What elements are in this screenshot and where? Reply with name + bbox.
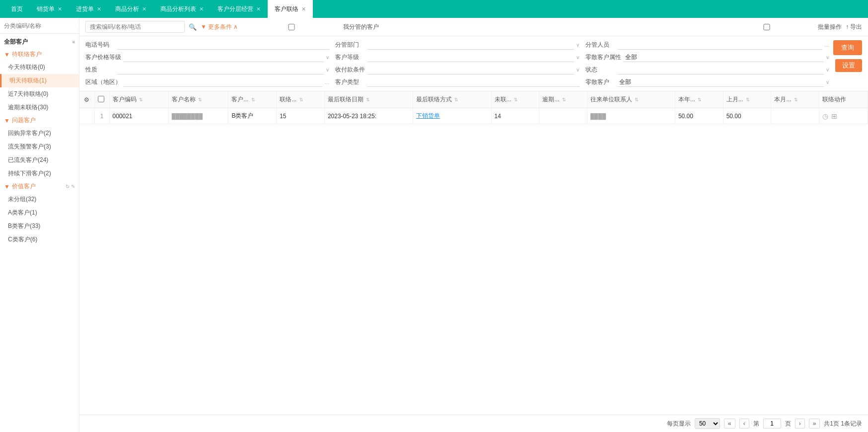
nav-home[interactable]: 首页 — [4, 0, 30, 18]
batch-op-btn[interactable]: 批量操作 — [717, 23, 842, 31]
td-gear — [79, 108, 94, 124]
last-contact-method-link[interactable]: 下销货单 — [416, 112, 440, 119]
sidebar-item-declining[interactable]: 持续下滑客户(2) — [0, 167, 79, 180]
th-overdue[interactable]: 逾期... ⇅ — [539, 91, 587, 108]
th-code[interactable]: 客户编码 ⇅ — [109, 91, 168, 108]
sidebar-item-class-c[interactable]: C类客户(6) — [0, 233, 79, 246]
region-input[interactable] — [123, 77, 322, 87]
td-uncontacted: 14 — [491, 108, 539, 124]
sidebar-item-tomorrow-contact[interactable]: 明天待联络(1) — [0, 74, 79, 87]
phone-input[interactable] — [117, 40, 329, 50]
last-page-btn[interactable]: » — [809, 419, 820, 429]
settings-button[interactable]: 设置 — [835, 59, 862, 72]
sidebar-item-repurchase-anomaly[interactable]: 回购异常客户(2) — [0, 127, 79, 140]
filter-cell-retail-customer: 零散客户 ∨ — [585, 77, 829, 87]
td-type: B类客户 — [228, 108, 277, 124]
sidebar-item-class-a[interactable]: A类客户(1) — [0, 206, 79, 219]
status-input[interactable] — [617, 65, 824, 74]
nature-input[interactable] — [117, 65, 324, 74]
customer-grade-input[interactable] — [367, 53, 574, 62]
price-grade-dropdown-icon[interactable]: ∨ — [326, 55, 329, 60]
group-label-problem-customers[interactable]: ▼ 问题客户 — [0, 114, 79, 127]
value-customers-icons[interactable]: ↻ ✎ — [66, 184, 75, 189]
sidebar-item-ungrouped[interactable]: 未分组(32) — [0, 193, 79, 206]
payment-dropdown-icon[interactable]: ∨ — [576, 67, 579, 72]
next-page-btn[interactable]: › — [795, 419, 805, 429]
th-contact[interactable]: 联络... ⇅ — [277, 91, 325, 108]
th-last-date[interactable]: 最后联络日期 ⇅ — [324, 91, 413, 108]
filter-cell-phone: 电话号码 — [85, 40, 329, 50]
sidebar-search-input[interactable] — [4, 22, 78, 29]
th-type[interactable]: 客户... ⇅ — [228, 91, 277, 108]
close-product-analysis[interactable]: ✕ — [142, 6, 146, 12]
select-all-checkbox[interactable] — [98, 96, 104, 102]
th-last-method[interactable]: 最后联络方式 ⇅ — [413, 91, 491, 108]
gear-icon[interactable]: ⚙ — [84, 96, 89, 103]
customer-grade-dropdown-icon[interactable]: ∨ — [576, 55, 579, 60]
prev-page-btn[interactable]: ‹ — [739, 419, 749, 429]
person-input[interactable] — [617, 40, 822, 50]
sidebar-item-churned[interactable]: 已流失客户(24) — [0, 153, 79, 167]
first-page-btn[interactable]: « — [724, 419, 735, 429]
nature-dropdown-icon[interactable]: ∨ — [326, 67, 329, 72]
page-input[interactable] — [763, 419, 781, 429]
collapse-icon[interactable]: « — [72, 39, 75, 45]
th-name[interactable]: 客户名称 ⇅ — [168, 91, 228, 108]
sidebar-item-overdue-contact[interactable]: 逾期未联络(30) — [0, 101, 79, 114]
sidebar-item-7day-contact[interactable]: 近7天待联络(0) — [0, 87, 79, 101]
search-button[interactable]: 🔍 — [189, 23, 197, 31]
sidebar-search-row: 🔍 — [0, 18, 79, 34]
sidebar-item-today-contact[interactable]: 今天待联络(0) — [0, 61, 79, 74]
close-customer-segmentation[interactable]: ✕ — [256, 6, 261, 12]
all-customers-title[interactable]: 全部客户 « — [0, 34, 79, 48]
filter-row-2: 客户价格等级 ∨ 客户等级 ∨ 零散客户属性 ∨ — [85, 53, 829, 62]
query-button[interactable]: 查询 — [833, 40, 862, 55]
group-label-value-customers[interactable]: ▼ 价值客户 ↻ ✎ — [0, 180, 79, 193]
nav-product-analysis[interactable]: 商品分析 ✕ — [108, 0, 153, 18]
status-dropdown-icon[interactable]: ∨ — [826, 67, 829, 72]
nav-product-analysis-list[interactable]: 商品分析列表 ✕ — [153, 0, 211, 18]
retail-customer-input[interactable] — [617, 77, 824, 87]
dept-dropdown-icon[interactable]: ∨ — [576, 42, 579, 48]
retail-attr-dropdown-icon[interactable]: ∨ — [826, 55, 829, 60]
customer-type-input[interactable] — [367, 77, 579, 87]
nav-customer-segmentation[interactable]: 客户分层经营 ✕ — [211, 0, 268, 18]
payment-input[interactable] — [367, 65, 574, 74]
nav-customer-contact[interactable]: 客户联络 ✕ — [268, 0, 313, 18]
action-icon-1[interactable]: ◷ — [822, 112, 828, 120]
group-label-pending-contact[interactable]: ▼ 待联络客户 — [0, 48, 79, 61]
nav-sales-order[interactable]: 销货单 ✕ — [30, 0, 69, 18]
retail-attr-input[interactable] — [623, 53, 824, 62]
th-gear: ⚙ — [79, 91, 94, 108]
th-unit-contact[interactable]: 往来单位联系人 ⇅ — [587, 91, 675, 108]
dept-input[interactable] — [367, 40, 574, 50]
action-icon-2[interactable]: ⊞ — [831, 112, 837, 120]
th-last-month[interactable]: 上月... ⇅ — [723, 91, 771, 108]
close-customer-contact[interactable]: ✕ — [301, 6, 306, 12]
sidebar-item-class-b[interactable]: B类客户(33) — [0, 219, 79, 233]
close-purchase-order[interactable]: ✕ — [97, 6, 101, 12]
th-action: 联络动作 — [819, 91, 868, 108]
export-btn[interactable]: ↑ 导出 — [846, 23, 862, 31]
sort-uncontacted-icon: ⇅ — [514, 97, 518, 102]
nav-purchase-order[interactable]: 进货单 ✕ — [69, 0, 108, 18]
price-grade-input[interactable] — [123, 53, 324, 62]
region-ellipsis-icon[interactable]: … — [324, 79, 329, 85]
td-this-month — [771, 108, 819, 124]
search-input[interactable] — [85, 21, 185, 33]
close-product-analysis-list[interactable]: ✕ — [199, 6, 204, 12]
filter-cell-region: 区域（地区） … — [85, 77, 329, 87]
filter-cell-price-grade: 客户价格等级 ∨ — [85, 53, 329, 62]
person-ellipsis-icon[interactable]: … — [824, 42, 829, 48]
th-uncontacted[interactable]: 未联... ⇅ — [491, 91, 539, 108]
close-sales-order[interactable]: ✕ — [58, 6, 62, 12]
batch-op-checkbox[interactable] — [717, 24, 816, 30]
th-this-month[interactable]: 本月... ⇅ — [771, 91, 819, 108]
sidebar-item-churn-warning[interactable]: 流失预警客户(3) — [0, 140, 79, 153]
my-customers-checkbox[interactable] — [242, 24, 341, 30]
th-this-year[interactable]: 本年... ⇅ — [675, 91, 723, 108]
more-conditions-btn[interactable]: ▼ 更多条件 ∧ — [201, 23, 238, 31]
sort-type-icon: ⇅ — [251, 97, 255, 102]
retail-customer-dropdown-icon[interactable]: ∨ — [826, 79, 829, 85]
per-page-select[interactable]: 50 100 200 — [695, 418, 720, 429]
